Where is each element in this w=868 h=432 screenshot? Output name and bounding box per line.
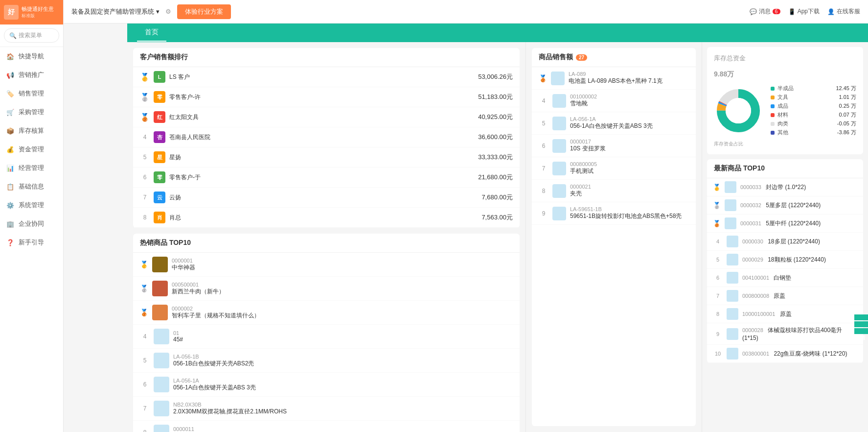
app-download-action[interactable]: 📱 App下载 (788, 7, 820, 16)
float-customer-service[interactable]: 客服热线 (854, 314, 868, 320)
new-product-code: 000800008 (742, 293, 769, 299)
page-tab-bar: 首页 (127, 24, 868, 42)
sidebar-item-finance[interactable]: 💰 资金管理 (0, 140, 63, 159)
sidebar-item-base[interactable]: 📋 基础信息 (0, 177, 63, 196)
product-name: 手机测试 (570, 167, 689, 175)
sidebar-item-enterprise[interactable]: 🏢 企业协同 (0, 215, 63, 233)
medal-icon: 🥈 (140, 285, 148, 292)
product-image-placeholder (552, 139, 566, 153)
product-info: 0000021 夹壳 (570, 184, 689, 198)
new-products-card: 最新商品 TOP10 🥇 0000033 封边带 (1.0*22) 🥈 0000… (707, 159, 863, 363)
product-sales-badge: 27 (576, 54, 587, 61)
product-code: 0000017 (570, 139, 689, 144)
hot-products-card: 热销商品 TOP10 🥇 0000001 中华神器 🥈 000500001 新西… (133, 234, 520, 432)
sidebar-item-sales[interactable]: 🏷️ 销售管理 (0, 84, 63, 103)
medal-icon: 🥉 (140, 113, 150, 122)
finance-icon: 💰 (6, 145, 15, 154)
product-image-placeholder (551, 72, 565, 85)
product-info: LA-056-1B 056-1B白色按键开关壳ABS2壳 (173, 354, 513, 368)
rank-num: 8 (140, 214, 150, 221)
message-action[interactable]: 💬 消息 6 (750, 7, 780, 16)
product-image-placeholder (552, 207, 566, 220)
new-product-info: 0000030 18多层 (1220*2440) (742, 238, 857, 246)
product-rank-num: 8 (140, 429, 150, 432)
product-sales-row: 9 LA-59651-1B 59651-1B旋转投影灯电池盒ABS黑色+58壳 (532, 202, 696, 225)
customer-amount: 33,333.00元 (478, 153, 513, 162)
legend-value-meat: -0.05 万 (837, 120, 856, 127)
new-product-name: 封边带 (1.0*22) (766, 184, 806, 191)
hot-product-row: 8 0000011 12070519-xs (133, 421, 520, 432)
new-product-name: 22g鱼豆腐-烧烤味 (1*12*20) (774, 350, 847, 357)
legend-name-stationery: 文具 (777, 94, 836, 101)
new-product-name: 原盖 (780, 311, 792, 317)
product-image-placeholder (552, 184, 566, 198)
sidebar-item-quick-nav[interactable]: 🏠 快捷导航 (0, 47, 63, 66)
donut-chart-container (714, 86, 763, 137)
sidebar-item-guide[interactable]: ❓ 新手引导 (0, 233, 63, 252)
product-code: LA-59651-1B (570, 206, 689, 212)
customer-name: 红太阳文具 (169, 113, 474, 121)
product-code: 0000011 (173, 426, 513, 432)
sidebar-item-marketing[interactable]: 📢 营销推广 (0, 66, 63, 84)
customer-rank-row: 🥇 L LS 客户 53,006.26元 (133, 67, 520, 87)
new-product-row: 10 003800001 22g鱼豆腐-烧烤味 (1*12*20) (707, 345, 863, 363)
new-product-row: 8 10000100001 原盖 (707, 305, 863, 323)
sidebar-search-area[interactable]: 🔍 搜索菜单 (0, 24, 63, 47)
product-sales-row: 🥉 LA-089 电池盖 LA-089 ABS本色+黑种 7.1克 (532, 67, 696, 90)
legend-name-meat: 肉类 (777, 120, 834, 127)
product-code: 0000002 (172, 306, 513, 312)
new-product-code: 004100001 (742, 275, 769, 281)
float-direct[interactable]: 直通 (854, 328, 868, 334)
hot-product-row: 5 LA-056-1B 056-1B白色按键开关壳ABS2壳 (133, 349, 520, 373)
product-code: 0000021 (570, 184, 689, 190)
sidebar-item-inventory[interactable]: 📦 库存核算 (0, 121, 63, 140)
inventory-amount-unit: 万 (727, 70, 734, 78)
customer-avatar: 红 (154, 111, 165, 123)
float-service-community[interactable]: 服务社区 (854, 321, 868, 327)
sidebar-item-purchase[interactable]: 🛒 采购管理 (0, 103, 63, 121)
product-sales-row: 5 LA-056-1A 056-1A白色按键开关盖ABS 3壳 (532, 112, 696, 135)
product-sales-card: 商品销售额 27 🥉 LA-089 电池盖 LA-089 ABS本色+黑种 7.… (532, 48, 696, 426)
product-info: 0000017 10S 变扭罗浆 (570, 139, 689, 153)
search-menu-button[interactable]: 🔍 搜索菜单 (4, 28, 59, 43)
settings-gear-icon[interactable]: ⚙ (165, 8, 171, 15)
tab-home[interactable]: 首页 (137, 24, 166, 42)
customer-amount: 51,183.00元 (478, 93, 513, 101)
trial-button[interactable]: 体验行业方案 (177, 4, 231, 19)
customer-amount: 21,680.00元 (478, 173, 513, 182)
legend-item-semifinished: 半成品 12.45 万 (771, 85, 856, 92)
message-badge: 6 (773, 9, 780, 14)
product-name: 2.0X30MM双摆花轴,摆花直径2.1MM/ROHS (173, 408, 513, 416)
new-product-code: 0000030 (742, 239, 763, 244)
product-info: 0000002 智利车子里（规格不知道填什么） (172, 306, 513, 320)
new-product-info: 0000033 封边带 (1.0*22) (740, 183, 857, 192)
new-product-image (727, 308, 738, 320)
product-name: 056-1B白色按键开关壳ABS2壳 (173, 360, 513, 368)
new-product-row: 🥇 0000033 封边带 (1.0*22) (707, 178, 863, 196)
product-name: 45# (173, 336, 513, 343)
customer-avatar: 星 (154, 151, 165, 163)
product-image-placeholder (154, 329, 169, 344)
np-rank: 5 (713, 257, 723, 263)
legend-name-semifinished: 半成品 (777, 85, 833, 92)
product-info: 000500001 新西兰牛肉（新牛） (172, 282, 513, 296)
sidebar-item-quick-nav-label: 快捷导航 (19, 52, 44, 61)
new-product-info: 0000029 18颗粒板 (1220*2440) (742, 256, 857, 264)
system-title-dropdown[interactable]: 装备及固定资产辅助管理系统 ▾ (71, 7, 160, 16)
new-product-row: 9 0000028 体械蔻枝味苏打饮品400毫升 (1*15) (707, 323, 863, 345)
customer-amount: 36,600.00元 (478, 133, 513, 142)
product-name: 夹壳 (570, 190, 689, 198)
online-service-action[interactable]: 👤 在线客服 (827, 7, 860, 16)
right-panel: 库存总资金 9.88万 (702, 42, 868, 432)
new-product-info: 0000032 5厘多层 (1220*2440) (740, 201, 857, 210)
customer-rank-row: 🥉 红 红太阳文具 40,925.00元 (133, 107, 520, 127)
legend-item-material: 材料 0.07 万 (771, 111, 856, 119)
product-name: 59651-1B旋转投影灯电池盒ABS黑色+58壳 (570, 212, 689, 220)
product-code: 000800005 (570, 161, 689, 167)
new-product-code: 0000028 (742, 327, 763, 333)
medal-icon: 🥈 (713, 202, 721, 209)
sidebar-item-operations[interactable]: 📊 经营管理 (0, 159, 63, 177)
product-image-placeholder (552, 162, 566, 175)
sidebar-item-system[interactable]: ⚙️ 系统管理 (0, 196, 63, 215)
new-product-image (727, 348, 738, 360)
